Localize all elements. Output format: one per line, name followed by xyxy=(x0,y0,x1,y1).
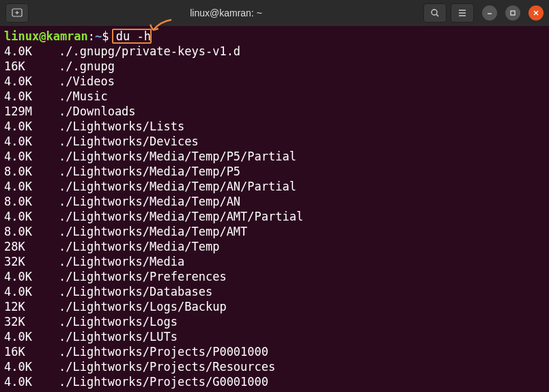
path-value: ./Lightworks/Media/Temp/P5 xyxy=(59,165,240,178)
path-value: ./Lightworks/Media/Temp/AN xyxy=(59,195,240,208)
path-value: ./Lightworks/Projects/Resources xyxy=(59,360,275,374)
path-value: ./Lightworks/Devices xyxy=(59,135,199,148)
path-value: ./.gnupg xyxy=(59,59,115,73)
size-value: 4.0K xyxy=(4,284,59,299)
path-value: ./Lightworks/Media/Temp xyxy=(59,240,219,253)
svg-rect-9 xyxy=(511,11,515,15)
path-value: ./Lightworks/Preferences xyxy=(59,270,227,283)
size-value: 4.0K xyxy=(4,329,59,344)
output-row: 4.0K./Lightworks/Databases xyxy=(4,284,545,299)
prompt-cwd: ~ xyxy=(95,29,102,43)
window-title: linux@kamran: ~ xyxy=(33,8,419,18)
size-value: 8.0K xyxy=(4,164,59,179)
size-value: 4.0K xyxy=(4,74,59,89)
output-row: 4.0K./Lightworks/Projects/G0001000 xyxy=(4,374,545,389)
terminal-body[interactable]: linux@kamran:~$ du -h 4.0K./.gnupg/priva… xyxy=(0,26,549,389)
size-value: 4.0K xyxy=(4,359,59,374)
output-row: 8.0K./Lightworks/Media/Temp/P5 xyxy=(4,164,545,179)
output-row: 4.0K./Lightworks/Lists xyxy=(4,119,545,134)
output-row: 4.0K./Lightworks/Preferences xyxy=(4,269,545,284)
size-value: 32K xyxy=(4,254,59,269)
size-value: 129M xyxy=(4,104,59,119)
output-row: 16K./Lightworks/Projects/P0001000 xyxy=(4,344,545,359)
output-row: 4.0K./Lightworks/LUTs xyxy=(4,329,545,344)
path-value: ./Lightworks/Media/Temp/P5/Partial xyxy=(59,150,296,163)
path-value: ./Lightworks/Media xyxy=(59,255,184,268)
output-row: 4.0K./Videos xyxy=(4,74,545,89)
path-value: ./.gnupg/private-keys-v1.d xyxy=(59,44,240,58)
svg-line-4 xyxy=(436,14,438,16)
size-value: 16K xyxy=(4,59,59,74)
path-value: ./Lightworks/Media/Temp/AMT xyxy=(59,225,247,238)
prompt-user-host: linux@kamran xyxy=(4,29,88,43)
size-value: 28K xyxy=(4,239,59,254)
path-value: ./Music xyxy=(59,89,108,103)
path-value: ./Lightworks/Projects/G0001000 xyxy=(59,375,268,389)
size-value: 4.0K xyxy=(4,269,59,284)
size-value: 4.0K xyxy=(4,149,59,164)
path-value: ./Lightworks/Media/Temp/AN/Partial xyxy=(59,180,296,193)
size-value: 8.0K xyxy=(4,194,59,209)
command-output: 4.0K./.gnupg/private-keys-v1.d16K./.gnup… xyxy=(4,44,545,389)
output-row: 4.0K./Music xyxy=(4,89,545,104)
output-row: 12K./Lightworks/Logs/Backup xyxy=(4,299,545,314)
size-value: 32K xyxy=(4,314,59,329)
path-value: ./Lightworks/Media/Temp/AMT/Partial xyxy=(59,210,303,223)
output-row: 32K./Lightworks/Logs xyxy=(4,314,545,329)
output-row: 4.0K./Lightworks/Media/Temp/P5/Partial xyxy=(4,149,545,164)
path-value: ./Lightworks/Logs xyxy=(59,315,178,328)
titlebar: linux@kamran: ~ xyxy=(0,0,549,26)
size-value: 4.0K xyxy=(4,119,59,134)
path-value: ./Videos xyxy=(59,74,115,88)
command-text: du -h xyxy=(116,29,151,43)
output-row: 32K./Lightworks/Media xyxy=(4,254,545,269)
close-button[interactable] xyxy=(529,5,544,20)
maximize-button[interactable] xyxy=(505,5,520,20)
size-value: 12K xyxy=(4,299,59,314)
search-button[interactable] xyxy=(423,3,447,23)
prompt-symbol: $ xyxy=(102,29,109,43)
output-row: 8.0K./Lightworks/Media/Temp/AN xyxy=(4,194,545,209)
path-value: ./Lightworks/LUTs xyxy=(59,330,178,344)
output-row: 4.0K./Lightworks/Media/Temp/AMT/Partial xyxy=(4,209,545,224)
path-value: ./Lightworks/Projects/P0001000 xyxy=(59,345,268,359)
prompt-line: linux@kamran:~$ du -h xyxy=(4,29,545,44)
size-value: 4.0K xyxy=(4,134,59,149)
output-row: 28K./Lightworks/Media/Temp xyxy=(4,239,545,254)
output-row: 8.0K./Lightworks/Media/Temp/AMT xyxy=(4,224,545,239)
svg-point-3 xyxy=(432,10,437,15)
size-value: 4.0K xyxy=(4,179,59,194)
size-value: 4.0K xyxy=(4,209,59,224)
size-value: 4.0K xyxy=(4,89,59,104)
path-value: ./Downloads xyxy=(59,104,136,118)
output-row: 4.0K./Lightworks/Devices xyxy=(4,134,545,149)
size-value: 8.0K xyxy=(4,224,59,239)
path-value: ./Lightworks/Lists xyxy=(59,120,184,133)
menu-button[interactable] xyxy=(451,3,474,23)
size-value: 4.0K xyxy=(4,374,59,389)
minimize-button[interactable] xyxy=(482,5,497,20)
new-tab-button[interactable] xyxy=(5,3,29,23)
output-row: 16K./.gnupg xyxy=(4,59,545,74)
output-row: 4.0K./Lightworks/Projects/Resources xyxy=(4,359,545,374)
path-value: ./Lightworks/Databases xyxy=(59,285,212,298)
output-row: 4.0K./.gnupg/private-keys-v1.d xyxy=(4,44,545,59)
size-value: 16K xyxy=(4,344,59,359)
output-row: 129M./Downloads xyxy=(4,104,545,119)
path-value: ./Lightworks/Logs/Backup xyxy=(59,300,227,313)
size-value: 4.0K xyxy=(4,44,59,59)
output-row: 4.0K./Lightworks/Media/Temp/AN/Partial xyxy=(4,179,545,194)
window-controls xyxy=(482,5,544,20)
